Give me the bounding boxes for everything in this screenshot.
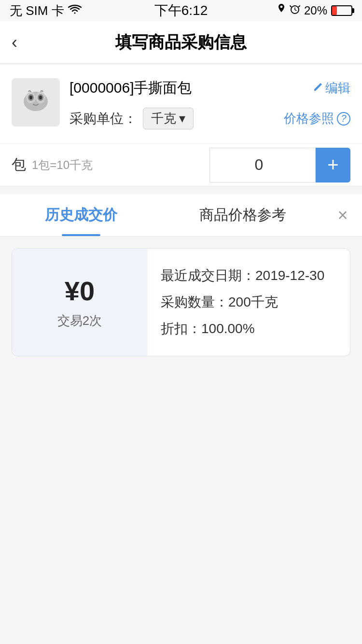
price-reference-button[interactable]: 价格参照 ? bbox=[284, 110, 350, 127]
quantity-input[interactable] bbox=[209, 148, 316, 182]
status-time: 下午6:12 bbox=[154, 1, 208, 20]
unit-selector-area: 采购单位： 千克 ▾ bbox=[70, 108, 194, 129]
wifi-icon bbox=[68, 3, 82, 18]
product-name-row: [0000006]手撕面包 编辑 bbox=[70, 78, 350, 98]
product-image bbox=[12, 78, 60, 126]
history-price-card: ¥0 交易2次 最近成交日期：2019-12-30 采购数量：200千克 折扣：… bbox=[12, 248, 350, 356]
recent-date-row: 最近成交日期：2019-12-30 bbox=[161, 266, 336, 285]
edit-icon bbox=[313, 82, 323, 95]
tab-active-underline bbox=[62, 234, 100, 236]
dropdown-arrow-icon: ▾ bbox=[179, 111, 185, 126]
recent-date-value: 2019-12-30 bbox=[255, 268, 324, 283]
unit-value: 千克 bbox=[151, 110, 176, 127]
svg-point-6 bbox=[29, 96, 32, 99]
price-ref-label: 价格参照 bbox=[284, 110, 334, 127]
edit-label: 编辑 bbox=[325, 80, 350, 97]
quantity-conversion-text: 1包=10千克 bbox=[32, 157, 93, 173]
price-card-left: ¥0 交易2次 bbox=[12, 249, 147, 356]
content-area: ¥0 交易2次 最近成交日期：2019-12-30 采购数量：200千克 折扣：… bbox=[0, 237, 362, 526]
product-section: [0000006]手撕面包 编辑 采购单位： 千克 ▾ 价格参照 ? bbox=[0, 65, 362, 143]
tabs-section: 历史成交价 商品价格参考 × bbox=[0, 194, 362, 237]
svg-point-7 bbox=[39, 96, 42, 99]
quantity-plus-button[interactable]: + bbox=[316, 148, 350, 182]
price-transactions: 交易2次 bbox=[57, 312, 102, 329]
page-title: 填写商品采购信息 bbox=[115, 31, 247, 54]
location-icon bbox=[277, 4, 286, 17]
product-thumbnail-icon bbox=[19, 83, 53, 122]
carrier-text: 无 SIM 卡 bbox=[10, 2, 64, 19]
quantity-left: 包 1包=10千克 bbox=[12, 155, 93, 175]
edit-button[interactable]: 编辑 bbox=[313, 80, 350, 97]
price-ref-info-icon: ? bbox=[337, 112, 350, 126]
quantity-right: + bbox=[209, 148, 350, 182]
discount-label: 折扣： bbox=[161, 321, 201, 336]
purchase-qty-label: 采购数量： bbox=[161, 294, 228, 309]
status-bar: 无 SIM 卡 下午6:12 20% bbox=[0, 0, 362, 21]
tab-history-price[interactable]: 历史成交价 bbox=[0, 194, 162, 236]
tab-history-price-label: 历史成交价 bbox=[45, 205, 117, 225]
nav-bar: ‹ 填写商品采购信息 bbox=[0, 21, 362, 64]
purchase-qty-row: 采购数量：200千克 bbox=[161, 293, 336, 311]
unit-label: 采购单位： bbox=[70, 110, 137, 128]
quantity-unit-badge: 包 bbox=[12, 155, 26, 175]
product-name: [0000006]手撕面包 bbox=[70, 78, 192, 98]
status-right: 20% bbox=[277, 4, 352, 17]
tab-product-price-ref[interactable]: 商品价格参考 bbox=[162, 194, 323, 236]
product-info: [0000006]手撕面包 编辑 采购单位： 千克 ▾ 价格参照 ? bbox=[70, 78, 350, 129]
recent-date-label: 最近成交日期： bbox=[161, 268, 255, 283]
tab-product-price-ref-label: 商品价格参考 bbox=[199, 205, 286, 225]
tab-close-button[interactable]: × bbox=[323, 194, 362, 237]
status-left: 无 SIM 卡 bbox=[10, 2, 82, 19]
battery-icon bbox=[331, 5, 352, 16]
price-card-right: 最近成交日期：2019-12-30 采购数量：200千克 折扣：100.00% bbox=[147, 249, 350, 356]
purchase-unit-row: 采购单位： 千克 ▾ 价格参照 ? bbox=[70, 108, 350, 129]
discount-row: 折扣：100.00% bbox=[161, 319, 336, 338]
quantity-section: 包 1包=10千克 + bbox=[0, 144, 362, 186]
battery-percent: 20% bbox=[304, 4, 327, 17]
back-button[interactable]: ‹ bbox=[12, 32, 17, 53]
price-amount: ¥0 bbox=[65, 275, 95, 307]
unit-select-dropdown[interactable]: 千克 ▾ bbox=[143, 108, 194, 129]
discount-value: 100.00% bbox=[201, 321, 255, 336]
purchase-qty-value: 200千克 bbox=[228, 294, 278, 309]
alarm-icon bbox=[290, 4, 300, 17]
